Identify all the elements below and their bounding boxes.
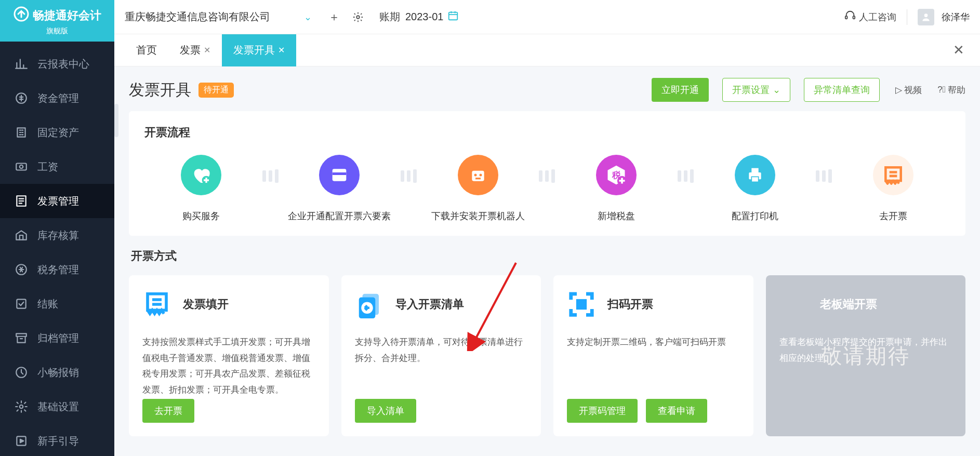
logo-icon [13,6,30,25]
sidebar-item-label: 云报表中心 [37,57,89,71]
invoice-out-icon [873,155,913,195]
sidebar-item-stock[interactable]: 库存核算 [0,218,114,252]
add-button[interactable]: ＋ [325,8,343,26]
process-title: 开票流程 [144,125,950,140]
tab-首页[interactable]: 首页 [125,34,168,66]
sidebar-item-money[interactable]: 资金管理 [0,81,114,115]
video-link[interactable]: ▷ 视频 [895,84,922,96]
svg-point-13 [356,16,360,19]
process-step-label: 新增税盘 [598,210,635,222]
tab-发票[interactable]: 发票✕ [168,34,222,66]
topbar: 重庆畅捷交通信息咨询有限公司 ⌄ ＋ 账期 2023-01 人工咨询 徐泽华 [114,0,980,34]
process-step[interactable]: 企业开通配置开票六要素 [287,155,391,222]
help-link[interactable]: ?⃝ 帮助 [937,84,965,96]
sidebar-item-label: 库存核算 [37,229,79,243]
sidebar-item-settings[interactable]: 基础设置 [0,390,114,424]
svg-rect-7 [17,299,25,308]
process-step-label: 去开票 [879,210,907,222]
chart-icon [15,57,28,71]
process-step[interactable]: 税新增税盘 [564,155,668,222]
company-selector[interactable]: 重庆畅捷交通信息咨询有限公司 ⌄ [125,10,322,24]
close-acc-icon [15,297,28,311]
period-value: 2023-01 [405,11,443,23]
tab-label: 发票 [180,43,201,57]
help-link-label: 帮助 [948,84,965,96]
method-description: 查看老板端小程序提交的开票申请，并作出相应的处理。 [779,334,952,399]
logo-text: 畅捷通好会计 [33,8,101,23]
logo-tag: 旗舰版 [46,26,68,36]
settings-icon[interactable] [349,8,367,26]
action-button[interactable]: 查看申请 [646,399,707,423]
page-title: 发票开具 [129,79,191,101]
process-step-label: 企业开通配置开票六要素 [288,210,391,222]
sidebar-item-label: 固定资产 [37,126,79,140]
method-card-qr: 扫码开票 支持定制开票二维码，客户端可扫码开票 开票码管理查看申请 [553,275,753,436]
svg-point-10 [20,405,23,409]
archive-icon [15,331,28,345]
sidebar-item-label: 结账 [37,297,58,311]
process-step[interactable]: 去开票 [841,155,945,222]
printer-icon [735,155,775,195]
action-button[interactable]: 去开票 [142,399,194,423]
manual-support-label: 人工咨询 [859,11,896,23]
process-step[interactable]: 购买服务 [149,155,253,222]
invoice-icon [15,194,28,208]
svg-point-23 [479,174,482,177]
process-arrow-icon [539,169,555,183]
sidebar-item-invoice[interactable]: 发票管理 [0,184,114,218]
svg-point-4 [20,165,23,169]
period-label: 账期 [379,10,400,24]
sidebar-item-close-acc[interactable]: 结账 [0,287,114,321]
import-icon [355,290,384,319]
open-now-button[interactable]: 立即开通 [652,78,709,102]
stock-icon [15,229,28,242]
action-button[interactable]: 导入清单 [355,399,416,423]
abnormal-list-button[interactable]: 异常清单查询 [804,78,880,102]
sidebar-item-tax[interactable]: 税务管理 [0,252,114,287]
process-step[interactable]: 下载并安装开票机器人 [426,155,530,222]
tax-disc-icon: 税 [596,155,637,195]
process-arrow-icon [401,169,417,183]
building-icon [15,126,28,139]
tab-发票开具[interactable]: 发票开具✕ [222,34,296,66]
sidebar-item-label: 归档管理 [37,331,79,345]
robot-icon [458,155,498,195]
method-description: 支持定制开票二维码，客户端可扫码开票 [567,334,740,399]
sidebar: 畅捷通好会计 旗舰版 云报表中心资金管理固定资产工资发票管理库存核算税务管理结账… [0,0,114,456]
svg-rect-24 [475,178,481,179]
heart-icon [181,155,221,195]
salary-icon [15,160,28,173]
sidebar-item-archive[interactable]: 归档管理 [0,321,114,355]
user-name[interactable]: 徐泽华 [942,11,970,23]
sidebar-item-building[interactable]: 固定资产 [0,115,114,150]
process-arrow-icon [816,169,832,183]
close-all-tabs-button[interactable]: ✕ [948,42,970,58]
sidebar-item-chart[interactable]: 云报表中心 [0,47,114,81]
svg-rect-20 [333,172,347,175]
avatar[interactable] [918,9,934,25]
method-card-fill: 发票填开 支持按照发票样式手工填开发票；可开具增值税电子普通发票、增值税普通发票… [129,275,329,436]
video-link-label: 视频 [904,84,922,96]
chevron-down-icon: ⌄ [304,11,312,23]
svg-marker-12 [20,439,24,443]
process-step[interactable]: 配置打印机 [703,155,807,222]
method-title: 扫码开票 [607,297,653,312]
sidebar-item-salary[interactable]: 工资 [0,150,114,184]
method-card-boss: 老板端开票 查看老板端小程序提交的开票申请，并作出相应的处理。 敬请期待 [766,275,966,436]
sidebar-item-expense[interactable]: 小畅报销 [0,355,114,390]
question-icon: ?⃝ [937,85,946,95]
action-button[interactable]: 开票码管理 [567,399,638,423]
calendar-icon[interactable] [447,10,459,24]
process-arrow-icon [678,169,694,183]
method-description: 支持导入待开票清单，可对待开票清单进行拆分、合并处理。 [355,334,528,399]
qr-icon [567,290,596,319]
method-title: 老板端开票 [820,297,877,312]
invoice-settings-button[interactable]: 开票设置 ⌄ [722,78,790,102]
close-icon[interactable]: ✕ [278,45,285,55]
svg-rect-31 [885,167,900,181]
manual-support-button[interactable]: 人工咨询 [844,10,896,24]
close-icon[interactable]: ✕ [204,45,210,55]
app-logo[interactable]: 畅捷通好会计 旗舰版 [0,0,114,42]
sidebar-item-guide[interactable]: 新手引导 [0,424,114,456]
tabs-bar: 首页发票✕发票开具✕ ✕ [114,34,980,66]
